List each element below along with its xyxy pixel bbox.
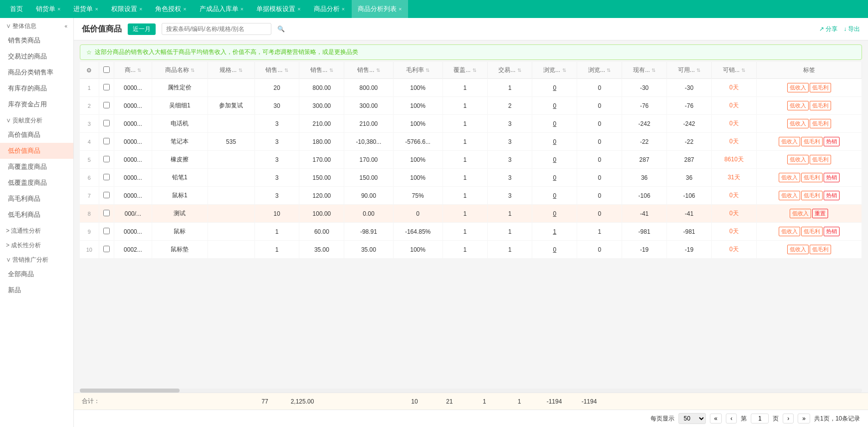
th-browse2[interactable]: 浏览... ⇅	[577, 62, 622, 79]
tag: 热销	[824, 137, 840, 146]
th-days[interactable]: 可销... ⇅	[711, 62, 756, 79]
nav-sales-order[interactable]: 销货单 ×	[30, 0, 66, 18]
row-browse1[interactable]: 0	[532, 97, 577, 115]
share-button[interactable]: ↗ 分享	[819, 25, 838, 33]
sidebar-item-low-coverage[interactable]: 低覆盖度商品	[0, 175, 73, 191]
search-icon[interactable]: 🔍	[277, 25, 285, 32]
row-checkbox[interactable]	[103, 138, 110, 144]
sidebar-item-category-sales-rate[interactable]: 商品分类销售率	[0, 64, 73, 80]
next-page-button[interactable]: ›	[783, 414, 794, 424]
nav-purchase-order[interactable]: 进货单 ×	[67, 0, 104, 18]
filter-button[interactable]: 近一月	[128, 23, 156, 35]
row-checkbox-cell[interactable]	[99, 115, 114, 133]
sidebar-item-new-products[interactable]: 新品	[0, 282, 73, 298]
th-spec[interactable]: 规格... ⇅	[208, 62, 254, 79]
nav-product-analysis-list[interactable]: 商品分析列表 ×	[352, 0, 408, 18]
sidebar-item-all-products[interactable]: 全部商品	[0, 266, 73, 282]
th-code[interactable]: 商... ⇅	[114, 62, 152, 79]
row-checkbox[interactable]	[103, 228, 110, 234]
nav-close-sales[interactable]: ×	[57, 6, 60, 12]
row-browse1[interactable]: 0	[532, 115, 577, 133]
row-checkbox[interactable]	[103, 84, 110, 90]
row-checkbox-cell[interactable]	[99, 223, 114, 241]
th-sale3[interactable]: 销售... ⇅	[344, 62, 393, 79]
last-page-button[interactable]: »	[798, 414, 810, 424]
row-checkbox-cell[interactable]	[99, 97, 114, 115]
first-page-button[interactable]: «	[710, 414, 722, 424]
row-checkbox-cell[interactable]	[99, 241, 114, 259]
row-cover: 1	[442, 187, 487, 205]
row-browse1[interactable]: 0	[532, 205, 577, 223]
th-browse1[interactable]: 浏览... ⇅	[532, 62, 577, 79]
sidebar-item-inventory-capital[interactable]: 库存资金占用	[0, 96, 73, 112]
th-sale2[interactable]: 销售... ⇅	[299, 62, 344, 79]
sidebar-item-high-value[interactable]: 高价值商品	[0, 127, 73, 143]
nav-close-role-auth[interactable]: ×	[183, 6, 186, 12]
scrollbar-thumb[interactable]	[80, 389, 180, 393]
row-checkbox-cell[interactable]	[99, 79, 114, 97]
th-gross[interactable]: 毛利率 ⇅	[393, 62, 442, 79]
export-button[interactable]: ↓ 导出	[844, 25, 860, 33]
sidebar-item-traded-products[interactable]: 交易过的商品	[0, 48, 73, 64]
sidebar-group-growth[interactable]: > 成长性分析	[0, 237, 73, 252]
sidebar-group-marketing[interactable]: ∨ 营销推广分析	[0, 252, 73, 266]
row-checkbox[interactable]	[103, 246, 110, 252]
nav-home[interactable]: 首页	[4, 0, 29, 18]
th-stock2[interactable]: 可用... ⇅	[667, 62, 712, 79]
horizontal-scrollbar[interactable]	[80, 389, 862, 393]
row-browse1[interactable]: 0	[532, 241, 577, 259]
row-checkbox[interactable]	[103, 192, 110, 198]
row-checkbox-cell[interactable]	[99, 169, 114, 187]
sidebar-group-circulation[interactable]: > 流通性分析	[0, 223, 73, 237]
th-trans[interactable]: 交易... ⇅	[487, 62, 532, 79]
row-checkbox-cell[interactable]	[99, 205, 114, 223]
sidebar-item-high-coverage[interactable]: 高覆盖度商品	[0, 159, 73, 175]
th-cover[interactable]: 覆盖... ⇅	[442, 62, 487, 79]
page-number-input[interactable]	[751, 414, 769, 424]
nav-role-auth[interactable]: 角色授权 ×	[149, 0, 192, 18]
row-checkbox-cell[interactable]	[99, 151, 114, 169]
nav-product-stock[interactable]: 产成品入库单 ×	[194, 0, 249, 18]
th-sale1[interactable]: 销售... ⇅	[254, 62, 299, 79]
row-checkbox[interactable]	[103, 210, 110, 216]
row-browse1[interactable]: 0	[532, 169, 577, 187]
sidebar-item-sales-products[interactable]: 销售类商品	[0, 32, 73, 48]
sidebar-item-low-value[interactable]: 低价值商品	[0, 143, 73, 159]
select-all-checkbox[interactable]	[103, 66, 110, 73]
row-browse1[interactable]: 0	[532, 151, 577, 169]
row-browse1[interactable]: 0	[532, 79, 577, 97]
nav-permissions[interactable]: 权限设置 ×	[105, 0, 148, 18]
row-browse1[interactable]: 0	[532, 133, 577, 151]
row-browse1[interactable]: 0	[532, 187, 577, 205]
row-checkbox-cell[interactable]	[99, 133, 114, 151]
row-checkbox[interactable]	[103, 174, 110, 180]
nav-close-product-stock[interactable]: ×	[240, 6, 243, 12]
page-size-select[interactable]: 50 100 200	[678, 413, 706, 424]
nav-close-permissions[interactable]: ×	[139, 6, 142, 12]
collapse-icon[interactable]: «	[64, 23, 67, 29]
row-checkbox-cell[interactable]	[99, 187, 114, 205]
nav-close-analysis-list[interactable]: ×	[399, 6, 402, 12]
th-settings[interactable]: ⚙	[80, 62, 99, 79]
nav-product-analysis[interactable]: 商品分析 ×	[308, 0, 351, 18]
sidebar-item-in-stock-products[interactable]: 有库存的商品	[0, 80, 73, 96]
th-stock1[interactable]: 现有... ⇅	[622, 62, 667, 79]
th-name[interactable]: 商品名称 ⇅	[152, 62, 208, 79]
search-input[interactable]	[162, 23, 271, 35]
th-checkbox[interactable]	[99, 62, 114, 79]
nav-close-purchase[interactable]: ×	[95, 6, 98, 12]
row-browse1[interactable]: 1	[532, 223, 577, 241]
row-checkbox[interactable]	[103, 102, 110, 108]
sidebar-group-overall[interactable]: ∨ 整体信息 «	[0, 18, 73, 32]
th-tags[interactable]: 标签	[756, 62, 862, 79]
nav-close-template[interactable]: ×	[297, 6, 300, 12]
row-checkbox[interactable]	[103, 120, 110, 126]
nav-template-settings[interactable]: 单据模板设置 ×	[250, 0, 306, 18]
sidebar-item-high-margin[interactable]: 高毛利商品	[0, 191, 73, 207]
row-sale1: 3	[254, 115, 299, 133]
nav-close-analysis[interactable]: ×	[342, 6, 345, 12]
sidebar-group-contribution[interactable]: ∨ 贡献度分析	[0, 112, 73, 127]
row-checkbox[interactable]	[103, 156, 110, 162]
sidebar-item-low-margin[interactable]: 低毛利商品	[0, 207, 73, 223]
prev-page-button[interactable]: ‹	[726, 414, 737, 424]
